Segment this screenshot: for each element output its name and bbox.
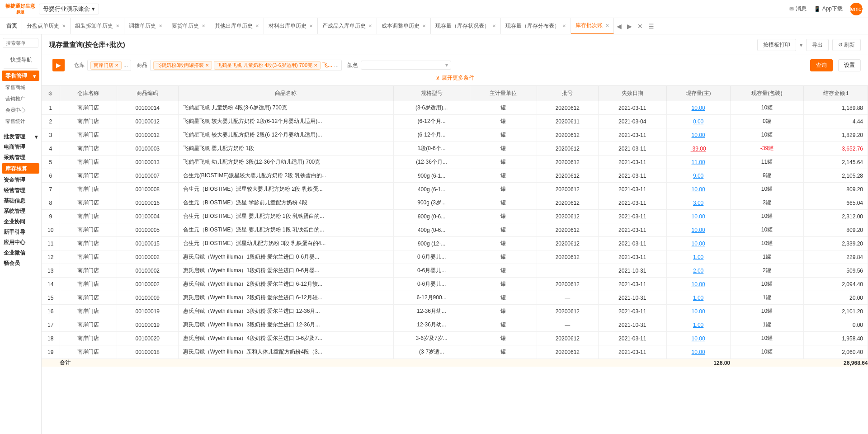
cell-qty-main[interactable]: 10.00: [666, 305, 730, 318]
cell-qty-main[interactable]: 11.00: [666, 156, 730, 169]
sidebar-item-marketing[interactable]: 营销推广: [0, 93, 41, 104]
sidebar-item-ecommerce[interactable]: 电商管理: [0, 142, 41, 152]
sidebar-item-guide[interactable]: 新手引导: [0, 226, 41, 237]
filter-expand-arrow[interactable]: ▶: [52, 59, 65, 71]
user-avatar[interactable]: demo2: [850, 3, 863, 15]
app-download-btn[interactable]: 📱 App下载: [814, 5, 843, 13]
cell-qty-main[interactable]: 10.00: [666, 345, 730, 359]
tab-3[interactable]: 调拨单历史 ✕: [124, 18, 167, 34]
sidebar-item-app-center[interactable]: 应用中心: [0, 237, 41, 247]
sidebar-item-member-vip[interactable]: 畅会员: [0, 258, 41, 268]
th-checkbox[interactable]: ⚙: [42, 86, 60, 101]
tab-2[interactable]: 组装拆卸单历史 ✕: [71, 18, 124, 34]
sidebar-item-finance[interactable]: 资金管理: [0, 175, 41, 185]
tab-close-11[interactable]: ✕: [605, 23, 609, 28]
tab-next-btn[interactable]: ▶: [624, 23, 635, 30]
cell-qty-main[interactable]: 10.00: [666, 101, 730, 115]
tab-8[interactable]: 成本调整单历史 ✕: [377, 18, 431, 34]
account-dropdown[interactable]: 母婴行业演示账套 ▾: [39, 4, 99, 14]
cell-amount: 2,339.20: [804, 237, 868, 250]
goods-tag-close-2[interactable]: ✕: [314, 63, 317, 68]
tab-close-6[interactable]: ✕: [309, 24, 313, 28]
sidebar-item-retail-stats[interactable]: 零售统计: [0, 116, 41, 127]
sidebar-group-wholesale-mgmt[interactable]: 批发管理 ▾: [0, 131, 41, 142]
tab-close-10[interactable]: ✕: [562, 24, 566, 28]
cell-qty-main[interactable]: -39.00: [666, 142, 730, 156]
tab-home[interactable]: 首页: [2, 18, 22, 34]
settings-btn[interactable]: 设置: [838, 59, 861, 71]
cell-qty-main[interactable]: 10.00: [666, 128, 730, 142]
tab-10[interactable]: 现存量（库存分布表） ✕: [501, 18, 571, 34]
sidebar-item-enterprise-collab[interactable]: 企业协同: [0, 216, 41, 226]
cell-qty-main[interactable]: 0.00: [666, 115, 730, 128]
sidebar-item-quick-nav[interactable]: 快捷导航: [0, 53, 41, 66]
cell-code: 00100016: [117, 196, 178, 210]
cell-qty-main[interactable]: 1.00: [666, 250, 730, 264]
tab-menu-btn[interactable]: ☰: [646, 23, 657, 30]
table-footer-row: 合计 126.00 26,968.64: [42, 359, 868, 367]
sidebar-search-container: [0, 34, 41, 52]
th-unit: 主计量单位: [470, 86, 537, 101]
cell-qty-main[interactable]: 1.00: [666, 291, 730, 305]
tab-close-5[interactable]: ✕: [255, 24, 259, 28]
tab-close-1[interactable]: ✕: [62, 24, 66, 28]
tab-close-7[interactable]: ✕: [368, 24, 372, 28]
cell-qty-main[interactable]: 10.00: [666, 237, 730, 250]
cell-code: 00100014: [117, 101, 178, 115]
cell-qty-main[interactable]: 10.00: [666, 210, 730, 223]
tab-prev-btn[interactable]: ◀: [614, 23, 624, 30]
cell-name: 飞鹤星飞帆 较大婴儿配方奶粉 2段(6-12个月婴幼儿适用)...: [178, 115, 393, 128]
warehouse-tag-1[interactable]: 南岸门店 ✕: [90, 61, 122, 70]
tab-close-9[interactable]: ✕: [492, 24, 496, 28]
cell-unit: 罐: [470, 169, 537, 183]
cell-qty-main[interactable]: 3.00: [666, 196, 730, 210]
cell-no: 8: [42, 196, 60, 210]
goods-tag-2[interactable]: 飞鹤星飞帆 儿童奶粉 4段(3-6岁适用) 700克 ✕: [214, 61, 321, 70]
cell-qty-main[interactable]: 10.00: [666, 183, 730, 196]
cell-qty-main[interactable]: 10.00: [666, 332, 730, 345]
tab-4[interactable]: 要货单历史 ✕: [167, 18, 210, 34]
print-btn[interactable]: 按模板打印: [757, 39, 796, 51]
tab-9[interactable]: 现存量（库存状况表） ✕: [431, 18, 501, 34]
cell-unit: 罐: [470, 210, 537, 223]
cell-name: 合生元（BIOSTIME）派星幼儿配方奶粉 3段 乳铁蛋白的4...: [178, 237, 393, 250]
goods-tag-1[interactable]: 飞鹤奶粉3段丙罐搭装 ✕: [153, 61, 212, 70]
tab-7[interactable]: 产成品入库单历史 ✕: [318, 18, 377, 34]
sidebar-item-purchase[interactable]: 采购管理: [0, 152, 41, 162]
expand-more-btn[interactable]: ⊻ 展开更多条件: [436, 74, 474, 82]
cell-qty-main[interactable]: 10.00: [666, 223, 730, 237]
sidebar-item-system[interactable]: 系统管理: [0, 206, 41, 216]
tab-close-all-btn[interactable]: ✕: [635, 23, 646, 30]
cell-name: 惠氏启赋（Wyeth illuma）亲和人体儿童配方奶粉4段（3...: [178, 345, 393, 359]
filter-warehouse: 仓库 南岸门店 ✕ ...: [74, 60, 131, 71]
sidebar-item-member[interactable]: 会员中心: [0, 104, 41, 116]
tab-6[interactable]: 材料出库单历史 ✕: [264, 18, 318, 34]
cell-qty-main[interactable]: 10.00: [666, 278, 730, 291]
cell-qty-main[interactable]: 9.00: [666, 169, 730, 183]
sidebar-item-wechat[interactable]: 企业微信: [0, 247, 41, 258]
tab-11[interactable]: 库存批次账 ✕: [571, 18, 614, 34]
tab-1[interactable]: 分盘点单历史 ✕: [22, 18, 71, 34]
cell-qty-main[interactable]: 2.00: [666, 264, 730, 278]
warehouse-tag-close[interactable]: ✕: [115, 63, 118, 68]
cell-qty-main[interactable]: 1.00: [666, 318, 730, 332]
export-btn[interactable]: 导出: [806, 39, 829, 51]
tab-close-8[interactable]: ✕: [422, 24, 426, 28]
sidebar-item-retail-shop[interactable]: 零售商城: [0, 82, 41, 93]
tab-close-2[interactable]: ✕: [116, 24, 119, 28]
cell-code: 00100020: [117, 332, 178, 345]
goods-tag-close-1[interactable]: ✕: [205, 63, 209, 68]
tab-close-3[interactable]: ✕: [159, 24, 162, 28]
tab-close-4[interactable]: ✕: [202, 24, 205, 28]
sidebar-item-basic-info[interactable]: 基础信息: [0, 195, 41, 206]
settings-icon[interactable]: ⚙: [48, 90, 53, 97]
cell-spec: 0-6月婴儿...: [393, 250, 470, 264]
sidebar-item-operation[interactable]: 经营管理: [0, 185, 41, 195]
sidebar-item-inventory[interactable]: 库存核算: [2, 163, 39, 174]
message-btn[interactable]: ✉ 消息: [789, 5, 807, 13]
tab-5[interactable]: 其他出库单历史 ✕: [210, 18, 264, 34]
refresh-btn[interactable]: ↺ 刷新: [832, 39, 861, 51]
query-btn[interactable]: 查询: [810, 59, 833, 71]
sidebar-group-retail-mgmt[interactable]: 零售管理 ▾: [2, 71, 39, 81]
search-input[interactable]: [3, 38, 38, 48]
